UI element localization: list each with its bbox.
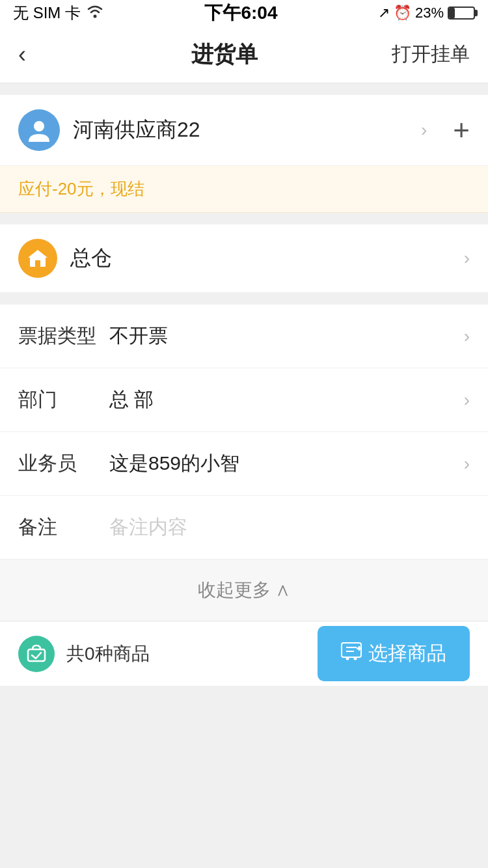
alarm-icon: ⏰ [394, 5, 411, 21]
warehouse-row[interactable]: 总仓 › [0, 224, 488, 293]
nav-bar: ‹ 进货单 打开挂单 [0, 26, 488, 83]
invoice-chevron-icon: › [464, 326, 470, 347]
mid-divider2 [0, 293, 488, 305]
warehouse-chevron-icon: › [464, 248, 470, 269]
status-left: 无 SIM 卡 [13, 3, 104, 23]
svg-point-9 [346, 657, 349, 660]
warehouse-icon [18, 239, 57, 278]
svg-point-10 [354, 657, 357, 660]
department-chevron-icon: › [464, 390, 470, 411]
salesperson-value: 这是859的小智 [109, 450, 464, 477]
svg-rect-6 [342, 643, 361, 657]
department-value: 总 部 [109, 387, 464, 413]
notice-text: 应付-20元，现结 [18, 179, 144, 198]
status-bar: 无 SIM 卡 下午6:04 ↗ ⏰ 23% [0, 0, 488, 26]
location-icon: ↗ [378, 5, 390, 21]
invoice-label: 票据类型 [18, 323, 103, 349]
svg-rect-4 [35, 260, 40, 267]
svg-rect-5 [28, 649, 45, 661]
status-right: ↗ ⏰ 23% [378, 5, 475, 21]
top-divider [0, 83, 488, 95]
supplier-row[interactable]: 河南供应商22 › + [0, 95, 488, 166]
collapse-label: 收起更多 ∧ [198, 580, 291, 600]
battery-icon [448, 7, 475, 20]
salesperson-label: 业务员 [18, 450, 103, 477]
bottom-bar: 共0种商品 选择商品 [0, 621, 488, 686]
salesperson-chevron-icon: › [464, 454, 470, 474]
product-count: 共0种商品 [66, 642, 318, 666]
invoice-type-row[interactable]: 票据类型 不开票 › [0, 305, 488, 368]
mid-divider [0, 213, 488, 224]
cart-icon [341, 642, 362, 665]
wifi-icon [86, 4, 104, 22]
supplier-avatar [18, 109, 60, 151]
svg-marker-3 [28, 250, 47, 258]
supplier-chevron-icon: › [421, 120, 427, 141]
open-pending-button[interactable]: 打开挂单 [392, 41, 470, 68]
remark-row[interactable]: 备注 备注内容 [0, 495, 488, 559]
remark-label: 备注 [18, 514, 103, 541]
select-product-label: 选择商品 [368, 640, 446, 667]
gray-fill-area [0, 686, 488, 868]
battery-percent: 23% [415, 5, 444, 21]
department-row[interactable]: 部门 总 部 › [0, 368, 488, 431]
sim-label: 无 SIM 卡 [13, 3, 81, 23]
back-button[interactable]: ‹ [18, 41, 57, 68]
invoice-value: 不开票 [109, 323, 464, 349]
supplier-section: 河南供应商22 › + 应付-20元，现结 总仓 › 票据类型 不开票 › 部门… [0, 95, 488, 686]
remark-input[interactable]: 备注内容 [109, 514, 470, 541]
status-time: 下午6:04 [204, 1, 277, 25]
add-supplier-button[interactable]: + [453, 114, 470, 146]
warehouse-name: 总仓 [70, 244, 464, 273]
svg-point-1 [34, 121, 44, 131]
page-title: 进货单 [191, 40, 258, 70]
select-product-button[interactable]: 选择商品 [318, 626, 470, 681]
notice-bar: 应付-20元，现结 [0, 166, 488, 213]
product-icon [18, 636, 55, 672]
collapse-button[interactable]: 收起更多 ∧ [0, 559, 488, 621]
salesperson-row[interactable]: 业务员 这是859的小智 › [0, 431, 488, 495]
department-label: 部门 [18, 387, 103, 413]
supplier-name: 河南供应商22 [73, 116, 421, 144]
svg-point-0 [94, 15, 97, 18]
